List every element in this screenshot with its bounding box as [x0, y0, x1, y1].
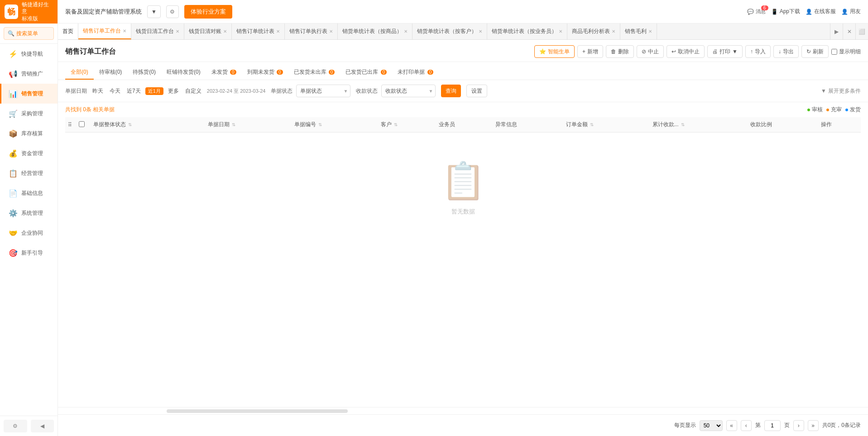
status-select[interactable]: 单据状态: [296, 85, 350, 97]
tab-sales-exec-close[interactable]: ✕: [329, 29, 333, 34]
sidebar-item-enterprise[interactable]: 🤝 企业协同: [0, 223, 58, 243]
tab-cash-reconcile-close[interactable]: ✕: [223, 29, 227, 34]
print-button[interactable]: 🖨 打印 ▼: [707, 45, 743, 58]
sidebar-item-marketing[interactable]: 📢 营销推广: [0, 64, 58, 84]
tab-cash-daily-close[interactable]: ✕: [176, 29, 179, 34]
smart-order-button[interactable]: ⭐ 智能生单: [534, 45, 575, 58]
sidebar-item-finance[interactable]: 💰 资金管理: [0, 143, 58, 163]
sub-tab-pending-review[interactable]: 待审核(0): [94, 66, 128, 80]
sub-tab-wangpu[interactable]: 旺铺待发货(0): [161, 66, 206, 80]
tab-margin-analysis[interactable]: 商品毛利分析表 ✕: [567, 24, 620, 39]
sidebar-item-base-info[interactable]: 📄 基础信息: [0, 183, 58, 203]
sub-tab-all[interactable]: 全部(0): [65, 66, 94, 80]
tab-sales-exec[interactable]: 销售订单执行表 ✕: [285, 24, 338, 39]
logo-text: 畅捷通好生意 标准版: [22, 1, 53, 23]
tab-close-all-button[interactable]: ✕: [843, 24, 855, 40]
sub-tab-shipped-stored[interactable]: 已发货已出库 0: [340, 66, 392, 80]
customer-sort-icon[interactable]: ⇅: [394, 122, 398, 127]
tab-sales-customer[interactable]: 销货单统计表（按客户） ✕: [412, 24, 487, 39]
status-sort-icon[interactable]: ⇅: [128, 122, 132, 127]
tab-maximize-button[interactable]: ⬜: [855, 24, 868, 40]
collected-sort-icon[interactable]: ⇅: [681, 122, 685, 127]
stop-button[interactable]: ⊘ 中止: [637, 45, 664, 58]
sub-tab-not-shipped[interactable]: 未发货 0: [206, 66, 242, 80]
settings-footer-button[interactable]: ⚙: [4, 420, 27, 432]
solution-button[interactable]: 体验行业方案: [184, 5, 232, 19]
sub-tab-not-printed[interactable]: 未打印单据 0: [392, 66, 439, 80]
query-button[interactable]: 查询: [441, 85, 461, 97]
number-sort-icon[interactable]: ⇅: [318, 122, 322, 127]
collapse-sidebar-button[interactable]: ◀: [31, 420, 54, 432]
show-detail-checkbox[interactable]: 显示明细: [831, 48, 861, 56]
date-today[interactable]: 今天: [108, 86, 122, 96]
pagination: 每页显示 50 10 20 100 « ‹ 第 页 › » 共0页，0条记录: [58, 414, 868, 436]
scrollbar-thumb[interactable]: [167, 409, 348, 413]
sidebar-item-purchase[interactable]: 🛒 采购管理: [0, 104, 58, 123]
user-avatar[interactable]: 👤 用友: [841, 8, 861, 15]
refresh-button[interactable]: ↻ 刷新: [801, 45, 829, 58]
export-button[interactable]: ↓ 导出: [773, 45, 799, 58]
next-page-button[interactable]: ›: [793, 420, 804, 431]
per-page-select[interactable]: 50 10 20 100: [700, 420, 723, 431]
tab-sales-workbench-close[interactable]: ✕: [123, 28, 126, 33]
online-service-button[interactable]: 👤 在线客服: [806, 8, 836, 15]
amount-sort-icon[interactable]: ⇅: [590, 122, 594, 127]
tab-margin-analysis-close[interactable]: ✕: [612, 29, 615, 34]
first-page-button[interactable]: «: [726, 420, 737, 431]
date-custom[interactable]: 自定义: [183, 86, 203, 96]
tab-sales-workbench[interactable]: 销售订单工作台 ✕: [78, 24, 131, 39]
expand-filter-button[interactable]: ▼ 展开更多条件: [821, 87, 861, 95]
topbar-dropdown-button[interactable]: ▼: [147, 5, 161, 18]
sidebar-item-inventory[interactable]: 📦 库存核算: [0, 123, 58, 143]
sidebar-item-guide[interactable]: 🎯 新手引导: [0, 243, 58, 263]
tab-cash-daily[interactable]: 钱货日清工作台 ✕: [131, 24, 184, 39]
date-filter-group: 单据日期 昨天 今天 近7天 近1月 更多 自定义 2023-02-24 至 2…: [65, 86, 265, 96]
audit-action[interactable]: 审核: [807, 106, 823, 114]
prev-page-button[interactable]: ‹: [741, 420, 752, 431]
deliver-action[interactable]: 发货: [845, 106, 861, 114]
message-button[interactable]: 💬 消息 6: [747, 8, 766, 15]
checkbox-column-header[interactable]: [76, 117, 91, 133]
tab-more-button[interactable]: ▶: [830, 24, 843, 40]
date-1month-active[interactable]: 近1月: [145, 87, 163, 95]
payment-select[interactable]: 收款状态: [381, 85, 436, 97]
tab-sales-product-close[interactable]: ✕: [404, 29, 408, 34]
sidebar-item-operation[interactable]: 📋 经营管理: [0, 163, 58, 183]
date-sort-icon[interactable]: ⇅: [232, 122, 235, 127]
app-download-button[interactable]: 📱 App下载: [771, 8, 800, 15]
topbar-gear-button[interactable]: ⚙: [166, 5, 179, 18]
import-button[interactable]: ↑ 导入: [745, 45, 771, 58]
date-7days[interactable]: 近7天: [125, 86, 143, 96]
last-page-button[interactable]: »: [808, 420, 819, 431]
unaudit-action[interactable]: 充审: [826, 106, 842, 114]
cancel-stop-button[interactable]: ↩ 取消中止: [667, 45, 705, 58]
tab-sales-stats[interactable]: 销售订单统计表 ✕: [232, 24, 285, 39]
expired-badge: 0: [277, 70, 283, 75]
tab-sales-staff[interactable]: 销货单统计表（按业务员） ✕: [487, 24, 567, 39]
filter-settings-button[interactable]: 设置: [466, 85, 487, 97]
sidebar-item-quick-nav[interactable]: ⚡ 快捷导航: [0, 44, 58, 64]
tab-sales-stats-close[interactable]: ✕: [276, 29, 280, 34]
sidebar-item-label: 库存核算: [21, 130, 43, 137]
select-all-checkbox[interactable]: [79, 121, 85, 127]
tab-sales-staff-close[interactable]: ✕: [559, 29, 562, 34]
show-detail-input[interactable]: [831, 49, 837, 55]
search-menu-button[interactable]: 🔍 搜索菜单: [4, 27, 54, 40]
date-yesterday[interactable]: 昨天: [91, 86, 105, 96]
new-button[interactable]: + 新增: [577, 45, 603, 58]
tab-home[interactable]: 首页: [58, 24, 78, 39]
tab-cash-reconcile[interactable]: 钱货日清对账 ✕: [184, 24, 232, 39]
tab-sales-product[interactable]: 销货单统计表（按商品） ✕: [338, 24, 412, 39]
delete-button[interactable]: 🗑 删除: [606, 45, 634, 58]
sub-tab-pending-pickup[interactable]: 待拣货(0): [127, 66, 161, 80]
page-number-input[interactable]: [764, 420, 781, 431]
sidebar-item-sales[interactable]: 📊 销售管理: [0, 84, 58, 104]
sub-tab-expired-not-shipped[interactable]: 到期未发货 0: [242, 66, 288, 80]
sidebar-item-system[interactable]: ⚙️ 系统管理: [0, 203, 58, 223]
date-more[interactable]: 更多: [166, 86, 181, 96]
tab-sales-profit-close[interactable]: ✕: [648, 29, 652, 34]
tab-sales-customer-close[interactable]: ✕: [479, 29, 482, 34]
tab-sales-profit[interactable]: 销售毛利 ✕: [620, 24, 657, 39]
horizontal-scrollbar[interactable]: [58, 407, 868, 414]
sub-tab-shipped-not-stored[interactable]: 已发货未出库 0: [288, 66, 340, 80]
